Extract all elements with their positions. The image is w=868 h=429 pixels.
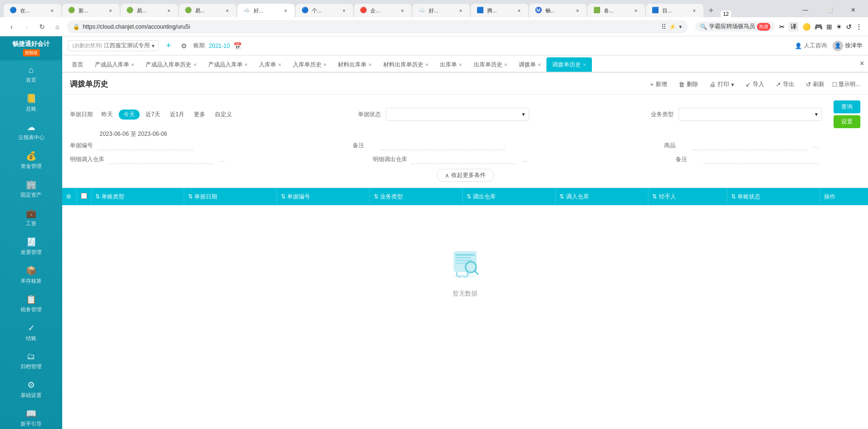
browser-tab-3[interactable]: 🟢 易... ×: [121, 4, 178, 17]
page-tab-product-in2[interactable]: 产成品入库单 ×: [202, 57, 253, 72]
tab-close-10[interactable]: ×: [574, 7, 581, 14]
page-tab-stock-in[interactable]: 入库单 ×: [253, 57, 287, 72]
import-button[interactable]: ↙ 导入: [742, 78, 768, 90]
settings-button[interactable]: 设置: [834, 115, 860, 128]
translate-icon[interactable]: 译: [789, 22, 799, 32]
browser-tab-4[interactable]: 🟢 易... ×: [179, 4, 236, 17]
browser-tab-11[interactable]: 🟩 各... ×: [588, 4, 645, 17]
tab-close-7[interactable]: ×: [399, 7, 406, 14]
dropdown-icon[interactable]: ▾: [679, 23, 682, 30]
close-tab-transfer-history[interactable]: ×: [583, 62, 586, 67]
calendar-icon[interactable]: 📅: [234, 42, 242, 50]
home-button[interactable]: ⌂: [52, 21, 63, 33]
th-date[interactable]: ⇅ 单据日期: [184, 188, 277, 205]
sidebar-item-guide[interactable]: 📖 新手引导: [0, 404, 62, 429]
th-checkbox[interactable]: [77, 188, 91, 205]
tab-close-8[interactable]: ×: [457, 7, 464, 14]
tab-close-5[interactable]: ×: [282, 7, 289, 14]
query-button[interactable]: 查询: [834, 100, 860, 113]
th-gear[interactable]: ⚙: [62, 188, 77, 205]
page-tab-product-in-history[interactable]: 产成品入库单历史 ×: [140, 57, 202, 72]
date-btn-7days[interactable]: 近7天: [142, 110, 164, 120]
detail-out-more-button[interactable]: …: [522, 156, 528, 163]
search-bar[interactable]: 🔍 学霸应聘场驱鸟员 热搜: [695, 22, 775, 32]
show-all-button[interactable]: ☐ 显示明...: [832, 80, 860, 88]
close-tab-transfer[interactable]: ×: [538, 62, 541, 67]
close-tab-material-out-history[interactable]: ×: [425, 62, 428, 67]
close-tab-stock-in-history[interactable]: ×: [323, 62, 326, 67]
close-tab-out-order-history[interactable]: ×: [504, 62, 507, 67]
page-tab-out-order-history[interactable]: 出库单历史 ×: [468, 57, 513, 72]
remark-input[interactable]: [380, 141, 505, 150]
browser-tab-12[interactable]: 🟦 目... ×: [646, 4, 703, 17]
collapse-button[interactable]: ∧ 收起更多条件: [437, 169, 494, 182]
company-selector[interactable]: (勿删勿禁用) 江西服宝测试专用 ▾: [68, 40, 159, 51]
tab-close-9[interactable]: ×: [516, 7, 523, 14]
detail-out-input[interactable]: [411, 155, 516, 164]
page-tab-material-out-history[interactable]: 材料出库单历史 ×: [378, 57, 434, 72]
sidebar-item-inventory[interactable]: 📦 库存核算: [0, 261, 62, 289]
detail-in-more-button[interactable]: …: [219, 156, 225, 163]
browser-tab-2[interactable]: 🟢 新... ×: [62, 4, 120, 17]
date-btn-yesterday[interactable]: 昨天: [98, 110, 117, 120]
remark2-input[interactable]: [703, 155, 818, 164]
add-company-button[interactable]: +: [163, 40, 174, 52]
browser-tab-8[interactable]: ☁️ 好... ×: [412, 4, 470, 17]
detail-in-input[interactable]: [108, 155, 213, 164]
service-button[interactable]: 👤 人工咨询: [795, 42, 827, 50]
browser-tab-1[interactable]: 🔵 在... ×: [4, 4, 61, 17]
tab-close-11[interactable]: ×: [633, 7, 639, 14]
export-button[interactable]: ↗ 导出: [772, 78, 798, 90]
sidebar-item-home[interactable]: ⌂ 首页: [0, 60, 62, 88]
close-all-tabs-button[interactable]: ×: [860, 59, 864, 68]
date-btn-custom[interactable]: 自定义: [211, 110, 236, 120]
sidebar-item-ledger[interactable]: 📒 总账: [0, 88, 62, 117]
address-bar[interactable]: 🔒 https://cloud.chanjet.com/accounting/u…: [67, 20, 688, 33]
sidebar-item-payroll[interactable]: 💼 工资: [0, 203, 62, 232]
new-tab-button[interactable]: +: [704, 4, 718, 17]
page-tab-transfer-history[interactable]: 调拨单历史 ×: [546, 57, 591, 72]
tab-close-6[interactable]: ×: [341, 7, 347, 14]
undo-icon[interactable]: ↺: [846, 23, 852, 31]
goods-input[interactable]: [692, 141, 807, 150]
browser-tab-9[interactable]: 🟦 腾... ×: [471, 4, 528, 17]
page-tab-material-out[interactable]: 材料出库单 ×: [332, 57, 377, 72]
tab-close-1[interactable]: ×: [49, 7, 56, 14]
forward-button[interactable]: ›: [21, 21, 33, 33]
user-button[interactable]: 👤 徐泽华: [833, 41, 862, 51]
th-handler[interactable]: ⇅ 经手人: [648, 188, 727, 205]
close-tab-stock-in[interactable]: ×: [278, 62, 281, 67]
tab-close-4[interactable]: ×: [224, 7, 231, 14]
maximize-button[interactable]: ⬜: [818, 3, 840, 17]
status-select[interactable]: ▾: [386, 108, 529, 121]
sidebar-item-reports[interactable]: ☁ 云报表中心: [0, 117, 62, 146]
menu-icon[interactable]: ⋮: [856, 23, 862, 31]
page-tab-home[interactable]: 首页: [66, 57, 89, 72]
tab-close-3[interactable]: ×: [166, 7, 172, 14]
date-btn-more[interactable]: 更多: [190, 110, 209, 120]
date-btn-1month[interactable]: 近1月: [166, 110, 189, 120]
browser-tab-10[interactable]: Ⓜ️ 畅... ×: [529, 4, 587, 17]
sidebar-item-assets[interactable]: 🏢 固定资产: [0, 175, 62, 203]
th-biz-type[interactable]: ⇅ 业务类型: [369, 188, 462, 205]
sidebar-item-capital[interactable]: 💰 资金管理: [0, 146, 62, 175]
goods-more-button[interactable]: …: [812, 143, 818, 149]
close-tab-product-in2[interactable]: ×: [245, 62, 247, 67]
new-button[interactable]: + 新增: [646, 78, 671, 90]
sidebar-item-archive[interactable]: 🗂 归档管理: [0, 347, 62, 375]
delete-button[interactable]: 🗑 删除: [675, 78, 702, 90]
browser-tab-7[interactable]: 🔴 企... ×: [354, 4, 412, 17]
page-tab-out-order[interactable]: 出库单 ×: [434, 57, 467, 72]
biz-type-select[interactable]: ▾: [679, 108, 822, 121]
back-button[interactable]: ‹: [6, 21, 17, 33]
th-out-warehouse[interactable]: ⇅ 调出仓库: [463, 188, 556, 205]
company-settings-button[interactable]: ⚙: [178, 40, 189, 52]
close-tab-product-in[interactable]: ×: [131, 62, 134, 67]
order-no-input[interactable]: [98, 141, 193, 150]
sidebar-item-settle[interactable]: ✓ 结账: [0, 318, 62, 347]
th-type[interactable]: ⇅ 单账类型: [91, 188, 184, 205]
close-tab-product-in-history[interactable]: ×: [193, 62, 196, 67]
date-btn-today[interactable]: 今天: [119, 110, 140, 120]
browser-tab-6[interactable]: 🔵 个... ×: [296, 4, 353, 17]
print-button[interactable]: 🖨 打印 ▾: [706, 78, 738, 90]
